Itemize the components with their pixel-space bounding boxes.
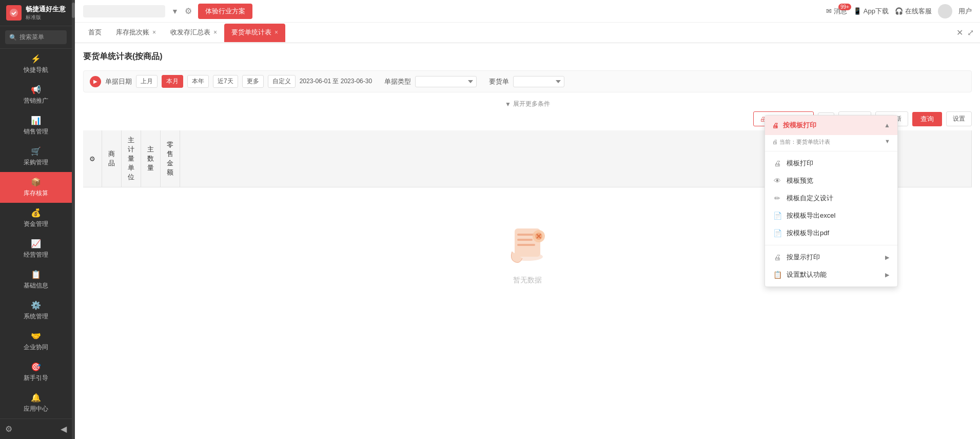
expand-chevron-icon: ▼: [505, 101, 511, 108]
marketing-icon: 📢: [31, 85, 41, 94]
tab-order-stats[interactable]: 要货单统计表 ×: [224, 24, 285, 42]
dropdown-item-template-custom[interactable]: ✏ 模板自定义设计: [765, 189, 897, 207]
search-icon: 🔍: [9, 34, 17, 41]
search-menu-button[interactable]: 🔍 搜索菜单: [5, 30, 67, 44]
tab-receivable-summary[interactable]: 收发存汇总表 ×: [163, 24, 224, 42]
close-tab-button[interactable]: ✕: [956, 28, 963, 37]
dropdown-items-section: 🖨 模板打印 👁 模板预览 ✏ 模板自定义设计 📄 按模板导出excel 📄: [765, 151, 897, 245]
sidebar-item-label: 应用中心: [24, 405, 48, 413]
sidebar-item-label: 经营管理: [24, 251, 48, 259]
expand-more-bar[interactable]: ▼ 展开更多条件: [83, 97, 972, 111]
dropdown-item-template-print[interactable]: 🖨 模板打印: [765, 155, 897, 172]
tabs-bar: 首页 库存批次账 × 收发存汇总表 × 要货单统计表 × ✕ ⤢: [75, 23, 980, 43]
topbar-search-input[interactable]: [83, 5, 165, 17]
sidebar-item-finance[interactable]: 💰 资金管理: [0, 203, 72, 234]
logo-subtitle: 标准版: [26, 14, 66, 21]
sidebar-item-operations[interactable]: 📈 经营管理: [0, 234, 72, 264]
tab-home[interactable]: 首页: [81, 24, 109, 42]
column-settings-button[interactable]: 设置: [946, 111, 972, 126]
sidebar-item-inventory[interactable]: 📦 库存核算: [0, 172, 72, 203]
sidebar-item-marketing[interactable]: 📢 营销推广: [0, 80, 72, 110]
display-print-chevron: ▶: [885, 254, 889, 261]
dropdown-collapse-icon[interactable]: ▲: [884, 122, 890, 129]
main-content: ▼ ⚙ 体验行业方案 ✉ 消息 99+ 📱 App下载 🎧 在线客服 用户 首页…: [75, 0, 980, 439]
sidebar-item-enterprise[interactable]: 🤝 企业协同: [0, 326, 72, 357]
sidebar-item-purchase[interactable]: 🛒 采购管理: [0, 141, 72, 172]
expand-more-label: 展开更多条件: [513, 100, 550, 108]
topbar: ▼ ⚙ 体验行业方案 ✉ 消息 99+ 📱 App下载 🎧 在线客服 用户: [75, 0, 980, 23]
collapse-sidebar-button[interactable]: ◀: [61, 424, 67, 434]
tab-home-label: 首页: [88, 28, 102, 37]
filter-this-year-btn[interactable]: 本年: [187, 75, 209, 88]
filter-custom-btn[interactable]: 自定义: [268, 75, 296, 88]
type-select[interactable]: [415, 76, 477, 87]
yaohuo-select[interactable]: [513, 76, 564, 87]
topbar-dropdown-chevron[interactable]: ▼: [171, 7, 179, 15]
sales-icon: 📊: [31, 116, 41, 125]
svg-rect-5: [517, 244, 535, 246]
sidebar-footer: ⚙ ◀: [0, 418, 72, 439]
dropdown-item-template-preview[interactable]: 👁 模板预览: [765, 172, 897, 189]
tab-receivable-summary-close[interactable]: ×: [213, 29, 217, 35]
dropdown-item-export-pdf[interactable]: 📄 按模板导出pdf: [765, 224, 897, 242]
th-product: 商品: [102, 130, 122, 187]
dropdown-header: 🖨 按模板打印 ▲: [765, 116, 897, 135]
template-preview-item-label: 模板预览: [787, 176, 813, 185]
username: 用户: [958, 7, 972, 16]
purchase-icon: 🛒: [31, 146, 41, 156]
dropdown-expandable-section: 🖨 按显示打印 ▶ 📋 设置默认功能 ▶: [765, 245, 897, 287]
filter-7days-btn[interactable]: 近7天: [213, 75, 238, 88]
dropdown-item-export-excel[interactable]: 📄 按模板导出excel: [765, 207, 897, 224]
dropdown-printer-icon: 🖨: [772, 122, 779, 129]
sidebar: 畅捷通好生意 标准版 🔍 搜索菜单 ⚡ 快捷导航 📢 营销推广 📊 销售管理 🛒…: [0, 0, 72, 439]
app-download-group[interactable]: 📱 App下载: [853, 7, 889, 16]
customer-service-group[interactable]: 🎧 在线客服: [895, 7, 932, 16]
sidebar-item-basic[interactable]: 📋 基础信息: [0, 264, 72, 295]
set-default-label: 设置默认功能: [787, 270, 827, 279]
empty-text: 暂无数据: [513, 276, 542, 285]
th-settings[interactable]: ⚙: [83, 130, 102, 187]
export-excel-item-icon: 📄: [773, 212, 781, 220]
template-print-item-label: 模板打印: [787, 159, 813, 168]
tab-inventory-batch[interactable]: 库存批次账 ×: [109, 24, 163, 42]
th-unit: 主计量单位: [122, 130, 141, 187]
dropdown-display-print[interactable]: 🖨 按显示打印 ▶: [765, 249, 897, 266]
search-menu-label: 搜索菜单: [19, 33, 44, 42]
basic-icon: 📋: [31, 270, 41, 279]
settings-footer-button[interactable]: ⚙: [5, 424, 12, 434]
avatar[interactable]: [938, 4, 952, 18]
sidebar-item-label: 库存核算: [24, 189, 48, 198]
sidebar-item-sales[interactable]: 📊 销售管理: [0, 110, 72, 141]
dropdown-set-default[interactable]: 📋 设置默认功能 ▶: [765, 266, 897, 283]
filter-toggle-button[interactable]: ▶: [90, 76, 101, 87]
sidebar-item-quick-nav[interactable]: ⚡ 快捷导航: [0, 49, 72, 80]
maximize-button[interactable]: ⤢: [967, 28, 974, 37]
tab-inventory-batch-close[interactable]: ×: [152, 29, 156, 35]
sidebar-item-label: 资金管理: [24, 220, 48, 228]
trial-btn[interactable]: 体验行业方案: [198, 4, 252, 19]
date-range-display: 2023-06-01 至 2023-06-30: [300, 77, 372, 86]
query-button[interactable]: 查询: [912, 112, 942, 126]
settings-footer-icon: ⚙: [5, 425, 12, 433]
filter-this-month-btn[interactable]: 本月: [162, 75, 183, 88]
messages-group[interactable]: ✉ 消息 99+: [826, 7, 847, 16]
sidebar-item-label: 销售管理: [24, 127, 48, 136]
sidebar-item-guide[interactable]: 🎯 新手引导: [0, 357, 72, 388]
svg-point-0: [10, 9, 18, 17]
tab-receivable-summary-label: 收发存汇总表: [170, 28, 210, 37]
topbar-gear-icon[interactable]: ⚙: [185, 6, 192, 16]
sidebar-item-apps[interactable]: 🔔 应用中心: [0, 388, 72, 418]
tab-order-stats-close[interactable]: ×: [275, 29, 278, 35]
finance-icon: 💰: [31, 208, 41, 218]
sidebar-item-label: 系统管理: [24, 312, 48, 321]
th-quantity: 主数量: [141, 130, 161, 187]
filter-last-month-btn[interactable]: 上月: [136, 75, 158, 88]
template-custom-item-label: 模板自定义设计: [787, 194, 833, 203]
messages-icon: ✉: [826, 7, 832, 15]
tab-inventory-batch-label: 库存批次账: [116, 28, 149, 37]
chevron-right-icon: ▶: [93, 79, 97, 84]
sidebar-item-system[interactable]: ⚙️ 系统管理: [0, 295, 72, 326]
template-preview-item-icon: 👁: [773, 177, 781, 185]
filter-more-btn[interactable]: 更多: [242, 75, 264, 88]
collapse-icon: ◀: [61, 425, 67, 433]
